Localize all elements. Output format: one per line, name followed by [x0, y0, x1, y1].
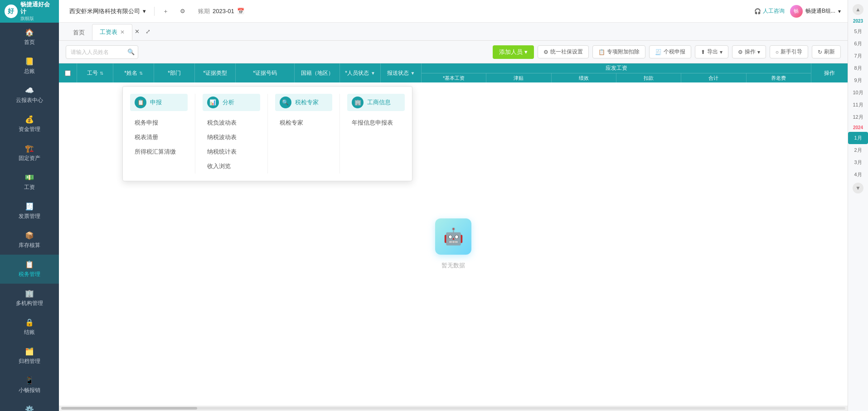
menu-tax-burden[interactable]: 税负波动表 [203, 116, 260, 130]
month-2024-3[interactable]: 3月 [848, 156, 868, 169]
th-total: 合计 [681, 73, 746, 82]
guide-button[interactable]: ○ 新手引导 [770, 45, 808, 58]
service-button[interactable]: 🎧 人工咨询 [754, 7, 785, 15]
sidebar-item-home[interactable]: 🏠 首页 [0, 23, 59, 52]
menu-tax-table[interactable]: 税表清册 [130, 130, 188, 145]
menu-income-browse[interactable]: 收入浏览 [203, 159, 260, 174]
th-name[interactable]: *姓名 ⇅ [113, 63, 154, 82]
refresh-button[interactable]: ↻ 刷新 [812, 45, 841, 58]
calendar-icon[interactable]: 📅 [237, 8, 244, 15]
sidebar-item-fund[interactable]: 💰 资金管理 [0, 110, 59, 139]
refresh-icon: ↻ [818, 49, 822, 55]
company-name: 西安虾米网络科技有限公司 [69, 7, 140, 15]
sidebar-item-xiaochang[interactable]: 📱 小畅报销 [0, 371, 59, 400]
menu-tax-fluctuation[interactable]: 纳税波动表 [203, 130, 260, 145]
filter-report-icon[interactable]: ▼ [411, 71, 415, 76]
settings-icon[interactable]: ⚙ [176, 5, 189, 18]
user-avatar: 畅 [790, 5, 803, 18]
th-report[interactable]: 报送状态 ▼ [381, 63, 422, 82]
sidebar-item-inventory[interactable]: 📦 库存核算 [0, 226, 59, 255]
sidebar: 好 畅捷通好会计 旗舰版 🏠 首页 📒 总账 ☁️ 云报表中心 💰 资金管理 🏗… [0, 0, 59, 411]
tab-close-icon[interactable]: ✕ [120, 29, 125, 35]
content-area: 🔍 添加人员 ▾ ⚙ 统一社保设置 📋 专项附加扣除 🧾 个税申报 [59, 41, 848, 411]
month-2023-9[interactable]: 9月 [848, 74, 868, 87]
search-icon[interactable]: 🔍 [127, 48, 135, 55]
sidebar-item-settings[interactable]: ⚙️ 基础设置 [0, 400, 59, 411]
bottom-scrollbar[interactable] [59, 406, 848, 411]
sidebar-label-fund: 资金管理 [19, 126, 40, 133]
accounting-period: 账期 2023-01 📅 [198, 7, 244, 15]
month-2023-8[interactable]: 8月 [848, 62, 868, 74]
month-2024-4[interactable]: 4月 [848, 169, 868, 181]
month-2023-12[interactable]: 12月 [848, 111, 868, 123]
nav-up-button[interactable]: ▲ [853, 4, 863, 15]
sidebar-label-xiaochang: 小畅报销 [19, 387, 40, 394]
month-2023-11[interactable]: 11月 [848, 99, 868, 111]
sidebar-label-close: 结账 [24, 329, 35, 336]
add-employee-button[interactable]: 添加人员 ▾ [493, 45, 534, 59]
th-allowance: 津贴 [486, 73, 551, 82]
tab-salary[interactable]: 工资表 ✕ [92, 24, 132, 40]
sidebar-item-multi_org[interactable]: 🏢 多机构管理 [0, 284, 59, 313]
th-certno[interactable]: *证据号码 [236, 63, 295, 82]
user-menu[interactable]: 畅 畅捷通B组... ▾ [790, 5, 841, 18]
maximize-tab-button[interactable]: ⤢ [142, 23, 153, 40]
toolbar-right: 添加人员 ▾ ⚙ 统一社保设置 📋 专项附加扣除 🧾 个税申报 ⬆ 导出 [493, 45, 841, 59]
dropdown-col-declare-header: 📋 申报 [130, 94, 188, 111]
dropdown-icon: ▾ [143, 8, 146, 15]
menu-income-tax[interactable]: 所得税汇算清缴 [130, 145, 188, 159]
dropdown-col-declare: 📋 申报 税务申报 税表清册 所得税汇算清缴 [130, 94, 195, 174]
deduct-icon: 📋 [598, 49, 605, 55]
empty-text: 暂无数据 [441, 261, 465, 270]
invoice-icon: 🧾 [25, 202, 34, 211]
filter-status-icon[interactable]: ▼ [371, 71, 375, 76]
month-2023-5[interactable]: 5月 [848, 25, 868, 38]
headset-icon: 🎧 [754, 8, 761, 15]
add-company-button[interactable]: ＋ [159, 5, 172, 18]
close-tab-button[interactable]: ✕ [132, 23, 141, 40]
operation-button[interactable]: ⚙ 操作 ▾ [732, 45, 766, 58]
tax-return-button[interactable]: 🧾 个税申报 [649, 45, 691, 58]
th-status[interactable]: *人员状态 ▼ [340, 63, 381, 82]
special-deduct-button[interactable]: 📋 专项附加扣除 [592, 45, 645, 58]
th-performance: 绩效 [552, 73, 616, 82]
month-2023-10[interactable]: 10月 [848, 87, 868, 99]
sidebar-item-ledger[interactable]: 📒 总账 [0, 52, 59, 81]
menu-annual-report[interactable]: 年报信息申报表 [347, 116, 405, 130]
tax-icon: 🧾 [655, 49, 662, 55]
sort-name-icon: ⇅ [139, 71, 143, 76]
company-selector[interactable]: 西安虾米网络科技有限公司 ▾ [66, 5, 150, 17]
month-2024-2[interactable]: 2月 [848, 144, 868, 156]
select-all-checkbox[interactable] [65, 70, 71, 76]
menu-tax-declare[interactable]: 税务申报 [130, 116, 188, 130]
sidebar-item-archive[interactable]: 🗂️ 归档管理 [0, 342, 59, 371]
social-insurance-button[interactable]: ⚙ 统一社保设置 [538, 45, 589, 58]
month-2024-1[interactable]: 1月 [848, 132, 868, 144]
sidebar-item-tax[interactable]: 📋 税务管理 [0, 255, 59, 284]
th-certtype[interactable]: *证据类型 [195, 63, 236, 82]
nav-down-button[interactable]: ▼ [853, 183, 863, 193]
menu-tax-expert[interactable]: 税检专家 [275, 116, 333, 130]
sidebar-item-invoice[interactable]: 🧾 发票管理 [0, 197, 59, 226]
op-dropdown-icon: ▾ [757, 49, 760, 55]
month-2023-7[interactable]: 7月 [848, 50, 868, 62]
sidebar-item-salary[interactable]: 💵 工资 [0, 168, 59, 197]
th-checkbox[interactable] [59, 63, 77, 82]
sidebar-item-close[interactable]: 🔒 结账 [0, 313, 59, 342]
logo-icon: 好 [5, 5, 18, 18]
sidebar-label-assets: 固定资产 [19, 155, 40, 162]
sidebar-item-assets[interactable]: 🏗️ 固定资产 [0, 139, 59, 168]
tab-home[interactable]: 首页 [66, 25, 92, 40]
social-icon: ⚙ [543, 49, 548, 55]
menu-tax-stats[interactable]: 纳税统计表 [203, 145, 260, 159]
sidebar-label-invoice: 发票管理 [19, 213, 40, 220]
scrollbar-thumb[interactable] [61, 407, 197, 410]
th-id[interactable]: 工号 ⇅ [77, 63, 113, 82]
add-dropdown-icon: ▾ [524, 48, 528, 55]
sidebar-label-ledger: 总账 [24, 68, 35, 75]
month-2023-6[interactable]: 6月 [848, 38, 868, 50]
sidebar-item-cloud[interactable]: ☁️ 云报表中心 [0, 81, 59, 110]
th-region[interactable]: 国籍（地区） [295, 63, 340, 82]
export-button[interactable]: ⬆ 导出 ▾ [695, 45, 728, 58]
th-dept[interactable]: *部门 [154, 63, 195, 82]
